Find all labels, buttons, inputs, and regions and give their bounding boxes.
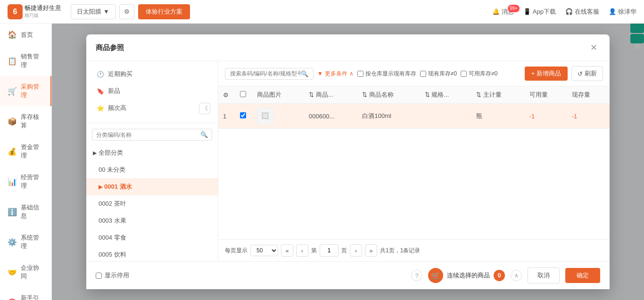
available-checkbox-label[interactable]: 现有库存≠0	[420, 70, 457, 78]
experience-button[interactable]: 体验行业方案	[138, 4, 190, 19]
refresh-icon: ↺	[578, 70, 583, 77]
cancel-button[interactable]: 取消	[528, 267, 560, 283]
sales-icon: 📋	[8, 57, 17, 66]
refresh-button[interactable]: ↺ 刷新	[571, 66, 603, 81]
quick-recent-purchase[interactable]: 🕐 近期购买	[92, 66, 197, 82]
row-image-cell: 🖼	[252, 104, 304, 129]
category-snacks[interactable]: 0004 零食	[86, 229, 218, 246]
sidebar-item-sales[interactable]: 📋 销售管理	[0, 46, 51, 76]
category-label-uncategorized: 00 未分类	[99, 166, 125, 174]
row-name: 白酒100ml	[357, 104, 420, 129]
left-panel-collapse-button[interactable]: 《	[199, 103, 210, 114]
select-all-checkbox[interactable]	[240, 91, 246, 97]
settings-button[interactable]: ⚙	[119, 4, 134, 19]
sidebar-item-enterprise[interactable]: 🤝 企业协同	[0, 257, 51, 287]
table-row[interactable]: 1 🖼 000600... 白酒100ml	[218, 104, 610, 129]
inventory-icon: 📦	[8, 117, 17, 126]
messages-nav-item[interactable]: 🔔 消息 99+	[492, 8, 514, 16]
page-unit: 页	[341, 247, 347, 255]
sidebar-label-finance: 资金管理	[21, 143, 44, 160]
category-drinks[interactable]: 0005 饮料	[86, 246, 218, 261]
first-page-button[interactable]: «	[281, 244, 293, 257]
usable-checkbox-text: 可用库存≠0	[469, 70, 497, 78]
col-spec[interactable]: ⇅ 规格...	[420, 86, 471, 104]
per-page-select[interactable]: 50 100 200	[250, 245, 278, 256]
col-code[interactable]: ⇅ 商品...	[304, 86, 357, 104]
sidebar-item-basic-info[interactable]: ℹ️ 基础信息	[0, 197, 51, 227]
chevron-up-icon: ∧	[349, 70, 354, 77]
modal-title: 商品参照	[96, 43, 124, 52]
next-page-button[interactable]: ›	[350, 244, 362, 257]
sidebar-item-purchase[interactable]: 🛒 采购管理	[0, 76, 51, 106]
col-available: 可用量	[525, 86, 567, 104]
usable-checkbox[interactable]	[461, 71, 467, 77]
sidebar-label-home: 首页	[21, 31, 33, 39]
prev-page-button[interactable]: ‹	[296, 244, 308, 257]
show-disabled-checkbox-label[interactable]: 显示停用	[96, 271, 129, 280]
page-number-input[interactable]	[320, 244, 339, 257]
sidebar-label-sales: 销售管理	[21, 52, 44, 69]
tenant-dropdown[interactable]: 日太阳膜 ▼	[71, 4, 116, 19]
star-icon: ⭐	[97, 105, 104, 112]
sidebar-item-inventory[interactable]: 📦 库存核算	[0, 106, 51, 136]
category-label-tea: 0002 茶叶	[99, 200, 126, 208]
col-settings[interactable]: ⚙	[218, 86, 235, 104]
filter-label: 更多条件	[325, 70, 347, 78]
quick-new-products[interactable]: 🔖 新品	[92, 83, 197, 99]
system-icon: ⚙️	[8, 238, 17, 247]
help-button[interactable]: ?	[411, 270, 422, 281]
col-spec-icon: ⇅	[425, 91, 430, 98]
category-search-input[interactable]	[96, 132, 200, 138]
last-page-button[interactable]: »	[365, 244, 377, 257]
col-name[interactable]: ⇅ 商品名称	[357, 86, 420, 104]
content-area: 查询 设置 商品参照 ✕	[52, 24, 644, 300]
sidebar-item-operations[interactable]: 📊 经营管理	[0, 167, 51, 197]
warehouse-checkbox[interactable]	[357, 71, 363, 77]
chevron-up-icon: ∧	[514, 272, 519, 279]
show-disabled-checkbox[interactable]	[96, 273, 102, 279]
tenant-label: 日太阳膜	[77, 8, 101, 16]
filter-button[interactable]: ▼ 更多条件 ∧	[317, 70, 354, 78]
row-spec	[420, 104, 471, 129]
filter-icon: ▼	[317, 70, 323, 77]
category-alcohol[interactable]: ▶ 0001 酒水	[86, 178, 218, 195]
quick-high-frequency[interactable]: ⭐ 频次高	[92, 100, 197, 116]
app-download-item[interactable]: 📱 App下载	[523, 8, 556, 16]
modal-right-panel: 🔍 ▼ 更多条件 ∧ 按仓库显示现有库存	[218, 61, 610, 261]
add-product-button[interactable]: + 新增商品	[525, 67, 568, 81]
row-checkbox[interactable]	[240, 112, 246, 118]
new-icon: 🔖	[97, 88, 104, 95]
product-search-input[interactable]	[230, 70, 301, 77]
warehouse-checkbox-text: 按仓库显示现有库存	[365, 70, 416, 78]
online-service-item[interactable]: 🎧 在线客服	[565, 8, 599, 16]
confirm-button[interactable]: 确定	[565, 268, 600, 283]
sidebar-item-finance[interactable]: 💰 资金管理	[0, 136, 51, 167]
col-unit-label: 主计量	[483, 91, 502, 98]
sidebar-item-home[interactable]: 🏠 首页	[0, 24, 51, 46]
purchase-icon: 🛒	[8, 87, 17, 96]
row-checkbox-cell[interactable]	[235, 104, 252, 129]
warehouse-checkbox-label[interactable]: 按仓库显示现有库存	[357, 70, 416, 78]
finance-icon: 💰	[8, 147, 17, 156]
cart-count-badge: 0	[494, 270, 505, 281]
available-checkbox[interactable]	[420, 71, 426, 77]
category-all[interactable]: ▶ 全部分类	[86, 144, 218, 161]
cart-area: 🛒 连续选择的商品 0	[428, 268, 505, 283]
usable-checkbox-label[interactable]: 可用库存≠0	[461, 70, 497, 78]
category-fruit[interactable]: 0003 水果	[86, 212, 218, 229]
footer-collapse-button[interactable]: ∧	[511, 270, 522, 281]
modal-close-button[interactable]: ✕	[587, 41, 600, 54]
sidebar-item-guide[interactable]: 🎯 新手引导	[0, 287, 51, 300]
col-unit[interactable]: ⇅ 主计量	[471, 86, 525, 104]
product-search-wrap[interactable]: 🔍	[225, 68, 314, 80]
sidebar-item-system[interactable]: ⚙️ 系统管理	[0, 227, 51, 257]
user-menu[interactable]: 👤 徐泽华	[609, 8, 636, 16]
clock-icon: 🕐	[97, 71, 104, 78]
cart-icon-button[interactable]: 🛒	[428, 268, 443, 283]
category-uncategorized[interactable]: 00 未分类	[86, 161, 218, 178]
sidebar: 🏠 首页 📋 销售管理 🛒 采购管理 📦 库存核算 💰 资金管理 📊 经营管理 …	[0, 24, 52, 300]
category-tea[interactable]: 0002 茶叶	[86, 195, 218, 212]
per-page-label: 每页显示	[225, 247, 248, 255]
headphone-icon: 🎧	[565, 8, 573, 15]
category-search-box[interactable]: 🔍	[92, 129, 212, 141]
